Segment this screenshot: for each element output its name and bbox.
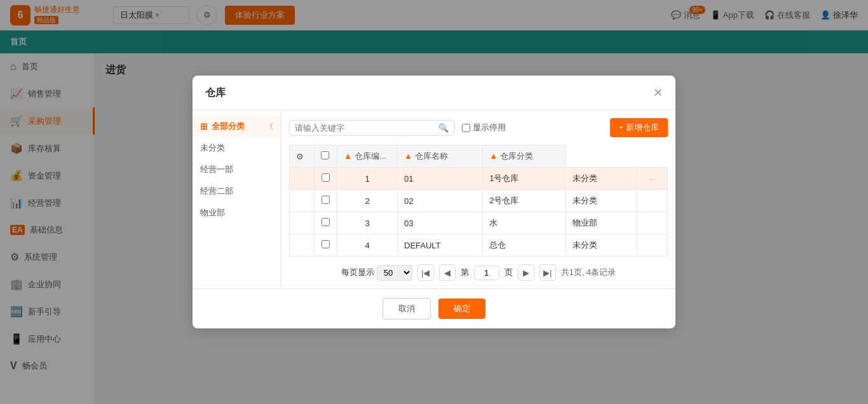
search-input[interactable] xyxy=(295,123,435,133)
row-settings-cell xyxy=(290,234,315,257)
show-disabled-text: 显示停用 xyxy=(473,122,506,133)
row-actions[interactable] xyxy=(637,234,667,257)
cat-collapse-icon[interactable]: 《 xyxy=(266,121,273,132)
cat-item-unclassified[interactable]: 未分类 xyxy=(193,137,281,159)
page-label: 第 xyxy=(461,267,469,278)
select-all-checkbox[interactable] xyxy=(321,151,329,159)
pagination: 每页显示 50 20 100 |◀ ◀ 第 页 ▶ ▶| 共1页, 4条记录 xyxy=(289,264,668,281)
first-page-btn[interactable]: |◀ xyxy=(417,264,434,281)
modal-close-button[interactable]: ✕ xyxy=(653,86,663,100)
row-settings-cell xyxy=(290,168,315,190)
cat-item-property[interactable]: 物业部 xyxy=(193,202,281,224)
table-area: 🔍 显示停用 + 新增仓库 ⚙ ▲仓库编... xyxy=(281,111,675,288)
row-checkbox[interactable] xyxy=(322,196,330,204)
row-checkbox-cell[interactable] xyxy=(315,212,337,234)
row-name: 水 xyxy=(483,212,566,234)
row-code: 02 xyxy=(398,190,483,212)
th-category: ▲仓库分类 xyxy=(483,145,566,168)
row-num: 4 xyxy=(337,234,398,257)
warehouse-modal: 仓库 ✕ ⊞ 全部分类 《 未分类 经营一部 经营二部 物业部 xyxy=(193,76,675,328)
row-checkbox-cell[interactable] xyxy=(315,168,337,190)
modal-body: ⊞ 全部分类 《 未分类 经营一部 经营二部 物业部 🔍 xyxy=(193,111,675,288)
all-categories-item[interactable]: ⊞ 全部分类 《 xyxy=(193,116,281,137)
row-actions[interactable] xyxy=(637,190,667,212)
prev-page-btn[interactable]: ◀ xyxy=(439,264,456,281)
th-name: ▲仓库名称 xyxy=(398,145,483,168)
last-page-btn[interactable]: ▶| xyxy=(539,264,556,281)
search-icon[interactable]: 🔍 xyxy=(438,123,449,133)
row-category: 未分类 xyxy=(566,234,637,257)
table-row[interactable]: 3 03 水 物业部 xyxy=(290,212,668,234)
row-name: 2号仓库 xyxy=(483,190,566,212)
warehouse-table: ⚙ ▲仓库编... ▲仓库名称 ▲仓库分类 1 01 1号仓库 未分类 ··· … xyxy=(289,145,668,257)
row-category: 未分类 xyxy=(566,190,637,212)
row-checkbox[interactable] xyxy=(322,240,330,248)
page-unit: 页 xyxy=(505,267,513,278)
row-num: 3 xyxy=(337,212,398,234)
row-category: 物业部 xyxy=(566,212,637,234)
show-disabled-label[interactable]: 显示停用 xyxy=(462,122,506,133)
cat-item-dept1[interactable]: 经营一部 xyxy=(193,159,281,180)
row-name: 总仓 xyxy=(483,234,566,257)
row-code: DEFAULT xyxy=(398,234,483,257)
table-toolbar: 🔍 显示停用 + 新增仓库 xyxy=(289,118,668,137)
table-row[interactable]: 2 02 2号仓库 未分类 xyxy=(290,190,668,212)
modal-overlay: 仓库 ✕ ⊞ 全部分类 《 未分类 经营一部 经营二部 物业部 xyxy=(0,0,868,404)
per-page-area: 每页显示 50 20 100 xyxy=(341,265,412,281)
row-checkbox-cell[interactable] xyxy=(315,234,337,257)
row-category: 未分类 xyxy=(566,168,637,190)
row-code: 01 xyxy=(398,168,483,190)
cat-item-dept2[interactable]: 经营二部 xyxy=(193,180,281,202)
row-settings-cell xyxy=(290,190,315,212)
page-input[interactable] xyxy=(474,266,499,280)
row-code: 03 xyxy=(398,212,483,234)
table-row[interactable]: 4 DEFAULT 总仓 未分类 xyxy=(290,234,668,257)
th-settings: ⚙ xyxy=(290,145,315,168)
total-info: 共1页, 4条记录 xyxy=(561,267,616,278)
row-checkbox[interactable] xyxy=(322,173,330,182)
th-code: ▲仓库编... xyxy=(337,145,398,168)
cancel-button[interactable]: 取消 xyxy=(383,298,431,320)
row-checkbox-cell[interactable] xyxy=(315,190,337,212)
table-row[interactable]: 1 01 1号仓库 未分类 ··· xyxy=(290,168,668,190)
row-settings-cell xyxy=(290,212,315,234)
all-categories-label: ⊞ 全部分类 xyxy=(200,121,245,132)
modal-title: 仓库 xyxy=(205,86,226,100)
next-page-btn[interactable]: ▶ xyxy=(518,264,534,281)
row-num: 2 xyxy=(337,190,398,212)
modal-footer: 取消 确定 xyxy=(193,288,675,328)
settings-th-icon: ⚙ xyxy=(296,152,304,161)
row-name: 1号仓库 xyxy=(483,168,566,190)
modal-header: 仓库 ✕ xyxy=(193,76,675,111)
row-num: 1 xyxy=(337,168,398,190)
all-categories-text: 全部分类 xyxy=(212,121,245,132)
row-actions[interactable]: ··· xyxy=(637,168,667,190)
row-actions[interactable] xyxy=(637,212,667,234)
row-checkbox[interactable] xyxy=(322,218,330,226)
add-warehouse-button[interactable]: + 新增仓库 xyxy=(610,118,668,137)
category-sidebar: ⊞ 全部分类 《 未分类 经营一部 经营二部 物业部 xyxy=(193,111,281,288)
th-checkbox xyxy=(315,145,337,168)
per-page-label: 每页显示 xyxy=(341,267,374,278)
confirm-button[interactable]: 确定 xyxy=(438,299,485,319)
show-disabled-checkbox[interactable] xyxy=(462,124,470,132)
grid-icon: ⊞ xyxy=(200,121,208,131)
per-page-select[interactable]: 50 20 100 xyxy=(377,265,412,281)
search-box[interactable]: 🔍 xyxy=(289,120,454,136)
